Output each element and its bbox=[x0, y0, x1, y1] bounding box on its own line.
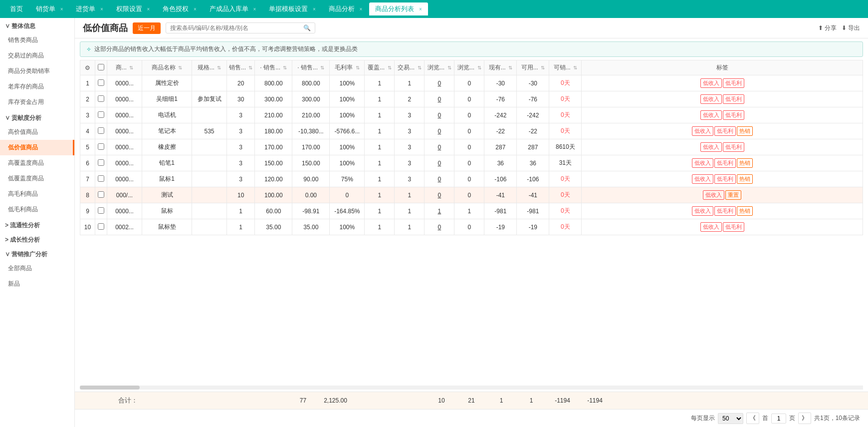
sidebar-item-all-products[interactable]: 全部商品 bbox=[0, 261, 74, 276]
sidebar-group-growth[interactable]: > 成长性分析 bbox=[0, 232, 74, 246]
sidebar-item-category-rate[interactable]: 商品分类助销率 bbox=[0, 63, 74, 79]
close-icon[interactable]: × bbox=[313, 6, 316, 12]
row-checkbox[interactable] bbox=[98, 143, 104, 150]
row-checkbox[interactable] bbox=[98, 95, 104, 102]
td-checkbox[interactable] bbox=[95, 187, 107, 203]
td-browse1[interactable]: 0 bbox=[425, 75, 454, 91]
page-number-input[interactable] bbox=[771, 414, 786, 424]
nav-sales[interactable]: 销货单 × bbox=[30, 2, 69, 15]
td-browse1[interactable]: 0 bbox=[425, 123, 454, 139]
scrollbar-thumb[interactable] bbox=[80, 386, 140, 390]
browse-link[interactable]: 0 bbox=[438, 112, 441, 119]
sidebar-item-high-margin[interactable]: 高毛利商品 bbox=[0, 186, 74, 202]
td-browse1[interactable]: 0 bbox=[425, 219, 454, 235]
th-sale3[interactable]: · 销售... ⇅ bbox=[292, 60, 330, 75]
filter-button[interactable]: 近一月 bbox=[133, 22, 161, 34]
td-browse1[interactable]: 1 bbox=[425, 203, 454, 219]
td-browse1[interactable]: 0 bbox=[425, 139, 454, 155]
th-browse1[interactable]: 浏览... ⇅ bbox=[425, 60, 454, 75]
th-sale2[interactable]: · 销售... ⇅ bbox=[255, 60, 292, 75]
nav-purchase[interactable]: 进货单 × bbox=[70, 2, 109, 15]
sidebar-group-flow[interactable]: > 流通性分析 bbox=[0, 217, 74, 232]
close-icon[interactable]: × bbox=[194, 6, 197, 12]
sidebar-item-capital[interactable]: 库存资金占用 bbox=[0, 94, 74, 110]
row-checkbox[interactable] bbox=[98, 223, 104, 230]
th-trade[interactable]: 交易... ⇅ bbox=[395, 60, 425, 75]
sidebar-item-low-margin[interactable]: 低毛利商品 bbox=[0, 202, 74, 217]
th-sellable[interactable]: 可销... ⇅ bbox=[549, 60, 582, 75]
row-checkbox[interactable] bbox=[98, 111, 104, 118]
th-tags[interactable]: 标签 bbox=[582, 60, 863, 75]
sidebar-item-low-coverage[interactable]: 低覆盖度商品 bbox=[0, 171, 74, 186]
nav-template[interactable]: 单据模板设置 × bbox=[263, 2, 321, 15]
th-cover[interactable]: 覆盖... ⇅ bbox=[365, 60, 395, 75]
browse-link[interactable]: 0 bbox=[438, 192, 441, 199]
nav-analysis-list[interactable]: 商品分析列表 × bbox=[369, 2, 428, 15]
th-current[interactable]: 现有... ⇅ bbox=[484, 60, 517, 75]
share-button[interactable]: ⬆ 分享 bbox=[818, 24, 837, 32]
browse-link[interactable]: 0 bbox=[438, 160, 441, 167]
td-checkbox[interactable] bbox=[95, 75, 107, 91]
sidebar-item-new-products[interactable]: 新品 bbox=[0, 276, 74, 292]
last-page-button[interactable]: 》 bbox=[798, 413, 811, 424]
td-checkbox[interactable] bbox=[95, 107, 107, 123]
td-checkbox[interactable] bbox=[95, 91, 107, 107]
td-checkbox[interactable] bbox=[95, 155, 107, 171]
row-checkbox[interactable] bbox=[98, 79, 104, 86]
close-icon[interactable]: × bbox=[253, 6, 256, 12]
close-icon[interactable]: × bbox=[419, 6, 422, 12]
sidebar-item-old-stock[interactable]: 老库存的商品 bbox=[0, 79, 74, 94]
row-checkbox[interactable] bbox=[98, 159, 104, 166]
td-checkbox[interactable] bbox=[95, 171, 107, 187]
search-icon[interactable]: 🔍 bbox=[303, 24, 311, 31]
nav-role[interactable]: 角色授权 × bbox=[157, 2, 202, 15]
td-browse1[interactable]: 0 bbox=[425, 187, 454, 203]
export-button[interactable]: ⬇ 导出 bbox=[842, 24, 860, 32]
th-name[interactable]: 商品名称 ⇅ bbox=[142, 60, 192, 75]
td-checkbox[interactable] bbox=[95, 219, 107, 235]
th-avail[interactable]: 可用... ⇅ bbox=[517, 60, 549, 75]
td-browse1[interactable]: 0 bbox=[425, 155, 454, 171]
sidebar-group-overall[interactable]: ∨ 整体信息 bbox=[0, 18, 74, 32]
td-checkbox[interactable] bbox=[95, 123, 107, 139]
td-browse1[interactable]: 0 bbox=[425, 171, 454, 187]
sidebar-item-low-value[interactable]: 低价值商品 bbox=[0, 140, 74, 155]
th-spec[interactable]: 规格... ⇅ bbox=[192, 60, 227, 75]
first-page-button[interactable]: 《 bbox=[746, 413, 759, 424]
nav-permission[interactable]: 权限设置 × bbox=[110, 2, 156, 15]
row-checkbox[interactable] bbox=[98, 127, 104, 134]
browse-link[interactable]: 0 bbox=[438, 224, 441, 231]
browse-link[interactable]: 1 bbox=[438, 208, 441, 215]
row-checkbox[interactable] bbox=[98, 207, 104, 214]
horizontal-scrollbar[interactable] bbox=[80, 386, 863, 390]
row-checkbox[interactable] bbox=[98, 191, 104, 198]
sidebar-item-high-coverage[interactable]: 高覆盖度商品 bbox=[0, 155, 74, 171]
th-settings[interactable]: ⚙ bbox=[80, 60, 95, 75]
sidebar-group-marketing[interactable]: ∨ 营销推广分析 bbox=[0, 246, 74, 261]
th-code[interactable]: 商... ⇅ bbox=[107, 60, 142, 75]
row-checkbox[interactable] bbox=[98, 175, 104, 182]
nav-analysis[interactable]: 商品分析 × bbox=[323, 2, 368, 15]
td-browse1[interactable]: 0 bbox=[425, 91, 454, 107]
sidebar-item-high-value[interactable]: 高价值商品 bbox=[0, 124, 74, 140]
td-checkbox[interactable] bbox=[95, 203, 107, 219]
nav-warehouse[interactable]: 产成品入库单 × bbox=[204, 2, 262, 15]
sidebar-item-traded[interactable]: 交易过的商品 bbox=[0, 48, 74, 63]
nav-home[interactable]: 首页 bbox=[4, 2, 29, 15]
browse-link[interactable]: 0 bbox=[438, 96, 441, 103]
search-input[interactable] bbox=[170, 24, 301, 31]
close-icon[interactable]: × bbox=[147, 6, 150, 12]
browse-link[interactable]: 0 bbox=[438, 80, 441, 87]
page-size-select[interactable]: 50 100 bbox=[718, 413, 743, 424]
th-sale1[interactable]: 销售... ⇅ bbox=[227, 60, 255, 75]
browse-link[interactable]: 0 bbox=[438, 144, 441, 151]
close-icon[interactable]: × bbox=[100, 6, 103, 12]
close-icon[interactable]: × bbox=[359, 6, 362, 12]
td-checkbox[interactable] bbox=[95, 139, 107, 155]
sidebar-group-contribution[interactable]: ∨ 贡献度分析 bbox=[0, 110, 74, 124]
close-icon[interactable]: × bbox=[60, 6, 63, 12]
th-checkbox[interactable] bbox=[95, 60, 107, 75]
th-browse2[interactable]: 浏览... ⇅ bbox=[454, 60, 484, 75]
td-browse1[interactable]: 0 bbox=[425, 107, 454, 123]
sidebar-item-sales-products[interactable]: 销售类商品 bbox=[0, 32, 74, 48]
